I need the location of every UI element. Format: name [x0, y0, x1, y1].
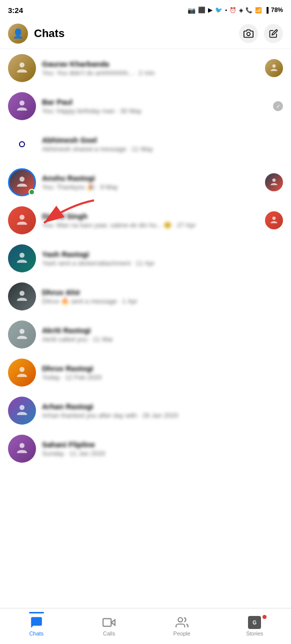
chat-meta [265, 211, 283, 229]
chat-info: Dhruv AhirDhruv 🔥 sent a message · 1 Apr [42, 288, 279, 305]
chat-name: Gaurav Kharbanda [42, 60, 261, 68]
call-icon: 📞 [246, 7, 252, 14]
chat-preview: Yash sent a sticker/attachment · 11 Apr [42, 259, 279, 267]
chat-name: Abhimesh Goel [42, 136, 279, 144]
bottom-nav: Chats Calls People G Stories [0, 608, 291, 644]
chat-item[interactable]: Dhruv AhirDhruv 🔥 sent a message · 1 Apr [0, 277, 291, 315]
avatar-container [8, 244, 36, 272]
avatar-container [8, 320, 36, 349]
svg-point-4 [20, 177, 24, 182]
chat-preview: You: Man na karo yaar, sabne ek din ho..… [42, 221, 261, 229]
online-indicator [28, 189, 35, 195]
svg-point-8 [20, 253, 24, 258]
chat-item[interactable]: Bar PaulYou: Happy birthday man · 30 May… [0, 87, 291, 125]
svg-point-11 [20, 367, 24, 372]
chat-item[interactable]: Yash RastogiYash sent a sticker/attachme… [0, 239, 291, 277]
nav-people-label: People [174, 630, 190, 636]
instagram-icon: 📷 [188, 7, 196, 14]
svg-point-10 [20, 329, 24, 334]
avatar-container [8, 206, 36, 234]
chat-preview: You: Thankyou 🎉 · 9 May [42, 183, 261, 191]
chat-info: Bar PaulYou: Happy birthday man · 30 May [42, 98, 269, 115]
user-avatar[interactable]: 👤 [8, 24, 28, 44]
chat-meta: ✓ [273, 101, 283, 111]
chat-preview: Yoday · 12 Feb 2020 [42, 374, 279, 381]
chat-meta [265, 173, 283, 191]
svg-point-7 [272, 217, 276, 220]
chat-name: Bar Paul [42, 98, 269, 106]
chat-meta [265, 59, 283, 77]
avatar-container [8, 282, 36, 310]
svg-point-6 [20, 215, 24, 220]
svg-rect-16 [103, 618, 111, 626]
twitter-icon: 🐦 [215, 7, 222, 14]
chat-item[interactable]: Sahani FliplineSunday · 11 Jan 2020 [0, 430, 291, 468]
nav-calls[interactable]: Calls [73, 612, 146, 640]
avatar-container [8, 92, 36, 120]
avatar-container [8, 168, 36, 196]
nav-chats[interactable]: Chats [0, 612, 73, 640]
chat-info: Abhimesh GoelAbhimesh shared a message ·… [42, 136, 279, 153]
header-actions [239, 24, 283, 43]
chat-item[interactable]: Gaurav KharbandaYou: You didn't do anhhh… [0, 49, 291, 87]
chat-thumbnail [265, 59, 283, 77]
chat-name: Yash Rastogi [42, 250, 279, 258]
svg-point-13 [20, 443, 24, 448]
avatar-container [8, 359, 36, 387]
chat-name: Anshu Rastogi [42, 174, 261, 182]
chat-info: Akriti RastogiAkriti called you · 11 Mar [42, 326, 279, 343]
chat-info: Anshu RastogiYou: Thankyou 🎉 · 9 May [42, 174, 261, 191]
chat-name: Dhruv Rastogi [42, 364, 279, 373]
chat-list: Gaurav KharbandaYou: You didn't do anhhh… [0, 49, 291, 508]
avatar-container [8, 54, 36, 82]
chat-name: Djavid Singh [42, 212, 261, 220]
status-time: 3:24 [8, 6, 23, 15]
chat-name: Sahani Flipline [42, 440, 279, 449]
chat-thumbnail [265, 211, 283, 229]
edit-button[interactable] [264, 24, 283, 43]
chat-preview: Sunday · 11 Jan 2020 [42, 450, 279, 457]
chat-info: Gaurav KharbandaYou: You didn't do anhhh… [42, 60, 261, 77]
svg-point-1 [20, 63, 24, 68]
status-bar: 3:24 📷 ⬛ ▶ 🐦 • ⏰ ◈ 📞 📶 ▐ 78% [0, 0, 291, 18]
nav-stories-label: Stories [246, 630, 263, 636]
chat-item[interactable]: Akriti RastogiAkriti called you · 11 Mar [0, 315, 291, 354]
nav-people[interactable]: People [146, 612, 218, 640]
chat-item[interactable]: Dhruv RastogiYoday · 12 Feb 2020 [0, 354, 291, 392]
svg-point-9 [20, 291, 24, 296]
chat-preview: Abhimesh shared a message · 11 May [42, 145, 279, 153]
chat-preview: Dhruv 🔥 sent a message · 1 Apr [42, 297, 279, 305]
dot-icon: • [225, 7, 227, 13]
chat-preview: You: Happy birthday man · 30 May [42, 107, 269, 115]
chat-info: Djavid SinghYou: Man na karo yaar, sabne… [42, 212, 261, 229]
nav-calls-label: Calls [103, 630, 115, 636]
avatar-container [8, 130, 36, 158]
read-receipt: ✓ [273, 101, 283, 111]
chat-item[interactable]: Arhan RastogiArhan thanked you after day… [0, 392, 291, 430]
chat-info: Arhan RastogiArhan thanked you after day… [42, 402, 279, 419]
svg-point-17 [178, 617, 182, 622]
chat-thumbnail [265, 173, 283, 191]
wifi-icon: 📶 [255, 7, 262, 14]
signal-icon: ▐ [264, 7, 268, 13]
chat-item[interactable]: Anshu RastogiYou: Thankyou 🎉 · 9 May [0, 163, 291, 201]
nav-chats-label: Chats [29, 630, 44, 636]
bluetooth-icon: ◈ [239, 7, 243, 14]
header: 👤 Chats [0, 18, 291, 49]
chat-item[interactable]: Abhimesh GoelAbhimesh shared a message ·… [0, 125, 291, 163]
nav-stories[interactable]: G Stories [218, 612, 292, 640]
chat-preview: You: You didn't do anhhhhhhh... · 2 min [42, 69, 261, 77]
chat-info: Yash RastogiYash sent a sticker/attachme… [42, 250, 279, 267]
chat-preview: Akriti called you · 11 Mar [42, 336, 279, 343]
youtube-icon: ▶ [208, 7, 212, 14]
status-icons: 📷 ⬛ ▶ 🐦 • ⏰ ◈ 📞 📶 ▐ 78% [188, 7, 283, 14]
svg-point-0 [247, 32, 250, 36]
svg-point-12 [20, 405, 24, 410]
camera-button[interactable] [239, 24, 258, 43]
chat-info: Dhruv RastogiYoday · 12 Feb 2020 [42, 364, 279, 381]
svg-marker-15 [112, 620, 116, 625]
alarm-icon: ⏰ [230, 7, 236, 14]
chat-item[interactable]: Djavid SinghYou: Man na karo yaar, sabne… [0, 201, 291, 239]
svg-point-2 [272, 65, 276, 68]
avatar-container [8, 435, 36, 463]
